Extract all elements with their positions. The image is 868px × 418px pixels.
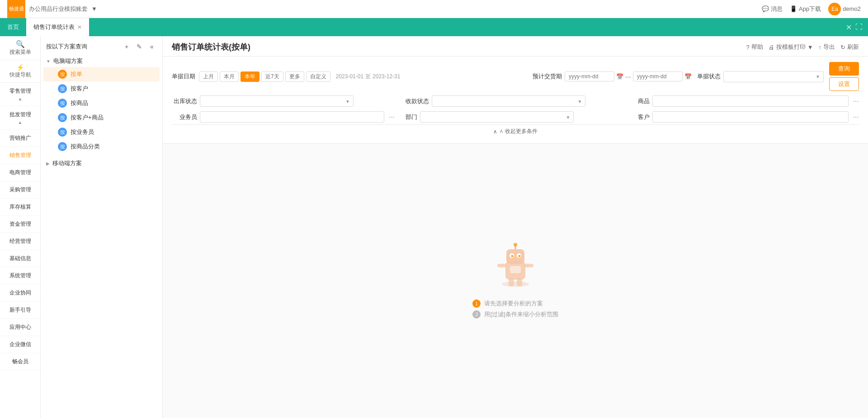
app-dropdown-icon[interactable]: ▼ [91, 5, 97, 12]
tab-sales-order-stats[interactable]: 销售订单统计表 ✕ [26, 18, 89, 36]
message-icon: 💬 [762, 5, 769, 12]
left-panel-header: 按以下方案查询 + ✎ « [41, 42, 162, 55]
payment-status-select[interactable] [432, 95, 585, 107]
print-dropdown-icon[interactable]: ▼ [807, 44, 813, 51]
customer-filter: 客户 ··· [636, 111, 859, 123]
maximize-icon[interactable]: ⛶ [855, 23, 863, 31]
svg-rect-2 [506, 249, 524, 264]
collapse-panel-btn[interactable]: « [147, 42, 157, 52]
sidebar-item-operations[interactable]: 经营管理 [0, 233, 40, 250]
order-status-select[interactable] [723, 71, 824, 82]
export-icon: ↑ [819, 44, 822, 51]
date-btn-last-month[interactable]: 上月 [199, 71, 218, 82]
sidebar-item-membership[interactable]: 畅会员 [0, 353, 40, 370]
date-btn-this-month[interactable]: 本月 [220, 71, 239, 82]
settings-btn[interactable]: 设置 [829, 77, 859, 91]
svg-rect-12 [517, 278, 522, 286]
scheme-item-by-customer[interactable]: 按 按客户 [43, 81, 160, 96]
empty-state: 1 请先选择要分析的方案 2 用[过滤]条件来缩小分析范围 [163, 144, 868, 418]
sidebar-item-corp-wechat[interactable]: 企业微信 [0, 336, 40, 353]
scheme-group-pc-title[interactable]: ▼ 电脑端方案 [41, 55, 162, 67]
export-btn[interactable]: ↑ 导出 [819, 43, 835, 51]
sidebar-item-wholesale[interactable]: 批发管理 ▲ [0, 106, 40, 130]
svg-rect-10 [524, 264, 533, 267]
page-title: 销售订单统计表(按单) [172, 42, 250, 52]
cal-icon-end[interactable]: 📅 [684, 73, 692, 80]
retail-arrow-icon: ▲ [18, 96, 23, 101]
scheme-group-mobile-title[interactable]: ▶ 移动端方案 [41, 157, 162, 169]
tab-close-icon[interactable]: ✕ [77, 24, 82, 30]
svg-rect-11 [509, 278, 514, 286]
svg-point-6 [519, 255, 521, 257]
svg-point-8 [514, 243, 517, 247]
user-avatar[interactable]: Ea demo2 [828, 3, 861, 15]
scheme-group-mobile: ▶ 移动端方案 [41, 157, 162, 173]
customer-dots-btn[interactable]: ··· [853, 113, 859, 121]
svg-point-0 [502, 281, 529, 287]
message-btn[interactable]: 💬 消息 [762, 5, 783, 13]
collapse-icon: ∧ [493, 128, 497, 135]
help-btn[interactable]: ? 帮助 [746, 43, 763, 51]
top-bar-right: 💬 消息 📱 App下载 Ea demo2 [762, 3, 861, 15]
customer-input[interactable] [652, 111, 849, 123]
close-window-icon[interactable]: ✕ [846, 23, 852, 32]
date-btn-custom[interactable]: 自定义 [306, 71, 330, 82]
add-scheme-btn[interactable]: + [122, 42, 132, 52]
scheme-item-by-salesperson[interactable]: 按 按业务员 [43, 125, 160, 139]
left-panel: 按以下方案查询 + ✎ « ▼ 电脑端方案 按 按单 [41, 36, 163, 418]
sidebar-item-inventory[interactable]: 库存核算 [0, 199, 40, 216]
sidebar-item-enterprise[interactable]: 企业协同 [0, 285, 40, 302]
refresh-icon: ↻ [840, 44, 845, 51]
date-btn-last-7-days[interactable]: 近7天 [261, 71, 283, 82]
filter-area: 单据日期 上月 本月 本年 近7天 更多 自定义 2023-01-01 [163, 57, 868, 144]
sidebar-item-sales[interactable]: 销售管理 [0, 147, 40, 164]
expected-date-filter: 预计交货期 📅 — 📅 [533, 71, 692, 81]
date-btn-this-year[interactable]: 本年 [241, 71, 259, 82]
product-label: 商品 [636, 97, 650, 105]
collapse-filter-btn[interactable]: ∧ ∧ 收起更多条件 [172, 124, 859, 138]
department-select[interactable] [420, 111, 574, 123]
salesperson-input[interactable] [200, 111, 384, 123]
sidebar-item-purchase[interactable]: 采购管理 [0, 181, 40, 199]
sidebar-quick-nav[interactable]: ⚡ 快捷导航 [0, 60, 40, 83]
sidebar-item-basic[interactable]: 基础信息 [0, 250, 40, 267]
svg-point-5 [511, 255, 514, 257]
product-dots-btn[interactable]: ··· [853, 97, 859, 105]
sidebar-item-ecommerce[interactable]: 电商管理 [0, 164, 40, 181]
cal-icon-start[interactable]: 📅 [616, 73, 623, 80]
date-btn-more[interactable]: 更多 [285, 71, 304, 82]
scheme-item-by-category[interactable]: 按 按商品分类 [43, 139, 160, 154]
sidebar-item-system[interactable]: 系统管理 [0, 267, 40, 285]
salesperson-dots-btn[interactable]: ··· [389, 113, 395, 121]
scheme-item-by-order[interactable]: 按 按单 [43, 67, 160, 81]
tab-home[interactable]: 首页 [0, 18, 26, 36]
sidebar-item-marketing[interactable]: 营销推广 [0, 130, 40, 147]
date-label: 单据日期 [172, 72, 195, 81]
sidebar-item-retail[interactable]: 零售管理 ▲ [0, 83, 40, 106]
scheme-item-by-product[interactable]: 按 按商品 [43, 96, 160, 110]
scheme-item-by-customer-product[interactable]: 按 按客户+商品 [43, 110, 160, 125]
template-print-btn[interactable]: 🖨 按模板打印 ▼ [769, 43, 813, 51]
wholesale-arrow-icon: ▲ [18, 120, 23, 125]
query-btn[interactable]: 查询 [829, 62, 859, 76]
expected-date-start-input[interactable] [565, 71, 614, 81]
product-input[interactable] [652, 95, 849, 107]
sidebar-item-newbie[interactable]: 新手引导 [0, 302, 40, 319]
top-bar: 畅捷通 办公用品行业模拟账套 ▼ 💬 消息 📱 App下载 Ea demo2 [0, 0, 868, 18]
department-label: 部门 [404, 113, 417, 121]
edit-scheme-btn[interactable]: ✎ [134, 42, 144, 52]
expected-date-end-input[interactable] [633, 71, 683, 81]
filter-row-3: 业务员 ··· 部门 ▼ [172, 111, 859, 123]
sidebar-item-app-center[interactable]: 应用中心 [0, 319, 40, 336]
scheme-icon-by-customer: 按 [58, 84, 67, 93]
tab-bar-right: ✕ ⛶ [846, 23, 868, 32]
app-download-btn[interactable]: 📱 App下载 [790, 5, 821, 13]
refresh-btn[interactable]: ↻ 刷新 [840, 43, 859, 51]
sidebar-search[interactable]: 🔍 搜索菜单 [0, 36, 40, 60]
svg-rect-13 [510, 266, 521, 273]
salesperson-filter: 业务员 ··· [172, 111, 395, 123]
sidebar-item-finance[interactable]: 资金管理 [0, 216, 40, 233]
filter-row-2: 出库状态 ▼ 收款状态 [172, 95, 859, 107]
empty-steps-list: 1 请先选择要分析的方案 2 用[过滤]条件来缩小分析范围 [472, 299, 558, 321]
shipment-status-select[interactable] [200, 95, 354, 107]
